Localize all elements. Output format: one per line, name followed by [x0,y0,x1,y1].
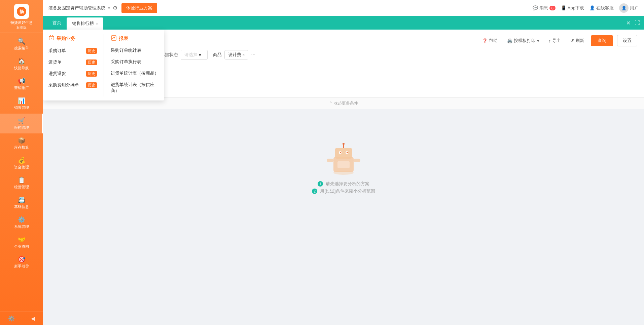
goods-label: 商品 [213,52,222,58]
empty-hint1: 请先选择要分析的方案 [326,181,369,187]
svg-rect-15 [354,159,360,162]
empty-hint2: 用[过滤]条件来缩小分析范围 [320,188,375,194]
chevron-down-icon: ▾ [199,52,201,57]
sidebar-bottom: ⚙️ ◀ [0,312,43,325]
svg-rect-14 [327,159,333,162]
system-title: 装备及固定资产辅助管理系统 [48,5,105,11]
guide-icon: 🎯 [18,256,25,263]
topbar-right: 💬 消息 8 📱 App下载 👤 在线客服 👤 用户 [533,3,639,13]
export-btn[interactable]: ↑ 导出 [546,36,564,45]
sidebar-item-guide[interactable]: 🎯 新手引导 [0,252,43,272]
sidebar-nav: 🔍 搜索菜单 🏠 快捷导航 📢 营销推广 📊 销售管理 🛒 采购管理 📦 库存核… [0,33,43,312]
sidebar-item-basic-info[interactable]: 📇 基础信息 [0,193,43,213]
main-area: 装备及固定资产辅助管理系统 ▾ ⚙ 体验行业方案 💬 消息 8 📱 App下载 … [43,0,644,325]
query-btn[interactable]: 查询 [591,35,613,46]
settings-btn[interactable]: 设置 [617,35,637,46]
report-col: 报表 采购订单统计表 采购订单执行表 进货单统计表（按商品） 进货单统计表（按供… [105,34,165,96]
goods-tag-close[interactable]: × [243,53,245,57]
basic-info-icon: 📇 [18,196,25,204]
dropdown-item-return[interactable]: 进货退货 历史 [46,68,100,79]
dropdown-item-incoming[interactable]: 进货单 历史 [46,56,100,68]
goods-ellipsis[interactable]: ··· [251,52,255,58]
sidebar-item-purchase[interactable]: 🛒 采购管理 [0,114,43,133]
inventory-icon: 📦 [18,137,25,144]
service-icon: 👤 [589,5,595,10]
tab-close-icon[interactable]: ✕ [626,20,631,26]
industry-btn[interactable]: 体验行业方案 [121,3,157,13]
sidebar-item-marketing[interactable]: 📢 营销推广 [0,74,43,94]
app-download-btn[interactable]: 📱 App下载 [561,5,584,11]
sidebar-item-inventory[interactable]: 📦 库存核算 [0,133,43,153]
dropdown-item-purchase-order[interactable]: 采购订单 历史 [46,45,100,56]
svg-point-13 [343,143,345,145]
sidebar-item-sales[interactable]: 📊 销售管理 [0,94,43,114]
message-btn[interactable]: 💬 消息 8 [533,5,556,11]
sidebar-item-enterprise[interactable]: 🤝 企业协同 [0,233,43,252]
message-icon: 💬 [533,5,538,10]
message-badge: 8 [549,6,556,10]
empty-state: 1 请先选择要分析的方案 2 用[过滤]条件来缩小分析范围 [43,109,644,227]
dropdown-divider [104,34,104,96]
system-icon: ⚙️ [18,216,25,224]
tab-close-btn[interactable]: × [96,22,98,26]
dropdown-item-report-2[interactable]: 进货单统计表（按商品） [108,68,162,79]
search-icon: 🔍 [18,38,25,45]
sidebar-collapse-btn[interactable]: ◀ [31,315,35,322]
empty-illustration [323,142,364,175]
report-col-title: 报表 [108,34,162,45]
sidebar-item-quick-nav[interactable]: 🏠 快捷导航 [0,54,43,74]
history-badge-3: 历史 [86,82,97,88]
print-arrow-icon: ▾ [537,38,539,43]
dropdown-item-report-3[interactable]: 进货单统计表（按供应商） [108,79,162,96]
tab-right-icons: ✕ ⛶ [626,20,640,26]
phone-icon: 📱 [561,5,566,10]
goods-tag: 设计费 × [224,50,248,59]
logo-badge: 标准版 [16,25,27,30]
voucher-status-select[interactable]: 请选择 ▾ [181,50,208,60]
topbar-gear-icon[interactable]: ⚙ [113,5,117,11]
svg-point-3 [51,38,52,39]
sidebar-item-operations[interactable]: 📋 经营管理 [0,173,43,193]
operations-icon: 📋 [18,176,25,184]
tab-sales-rank[interactable]: 销售排行榜 × [67,17,103,30]
tab-home[interactable]: 首页 [47,16,67,30]
history-badge-0: 历史 [86,48,97,54]
home-icon: 🏠 [18,57,25,65]
sidebar-item-system[interactable]: ⚙️ 系统管理 [0,213,43,233]
message-label: 消息 [539,5,548,11]
sidebar-settings-btn[interactable]: ⚙️ [8,315,15,322]
svg-rect-7 [335,148,352,159]
avatar: 👤 [619,3,629,13]
dropdown-item-report-1[interactable]: 采购订单执行表 [108,56,162,68]
user-btn[interactable]: 👤 用户 [619,3,639,13]
app-download-label: App下载 [568,5,584,11]
dropdown-item-report-0[interactable]: 采购订单统计表 [108,45,162,56]
dropdown-item-expense[interactable]: 采购费用分摊单 历史 [46,79,100,91]
refresh-icon: ↺ [570,38,574,43]
purchase-col-icon [48,35,55,42]
online-service-btn[interactable]: 👤 在线客服 [589,5,614,11]
logo-text: 畅捷通好生意 [10,20,33,25]
print-btn[interactable]: 🖨️ 按模板打印 ▾ [504,36,542,45]
dropdown-arrow-icon[interactable]: ▾ [108,6,110,10]
purchase-col: 采购业务 采购订单 历史 进货单 历史 进货退货 历史 采购费用分摊单 历史 [43,34,102,96]
enterprise-icon: 🤝 [18,236,25,243]
sidebar: 畅 畅捷通好生意 标准版 🔍 搜索菜单 🏠 快捷导航 📢 营销推广 📊 销售管理… [0,0,43,325]
topbar: 装备及固定资产辅助管理系统 ▾ ⚙ 体验行业方案 💬 消息 8 📱 App下载 … [43,0,644,16]
purchase-col-title: 采购业务 [46,34,100,45]
dropdown-menu: 采购业务 采购订单 历史 进货单 历史 进货退货 历史 采购费用分摊单 历史 [43,30,164,100]
help-btn[interactable]: ❓ 帮助 [479,36,500,45]
svg-point-11 [347,152,348,153]
goods-filter: 商品 设计费 × ··· [213,50,256,59]
svg-point-10 [340,152,341,153]
refresh-btn[interactable]: ↺ 刷新 [568,36,587,45]
sidebar-item-search[interactable]: 🔍 搜索菜单 [0,34,43,54]
purchase-icon: 🛒 [18,117,25,124]
svg-rect-16 [337,161,350,168]
sidebar-item-finance[interactable]: 💰 资金管理 [0,153,43,173]
online-service-label: 在线客服 [596,5,614,11]
tab-maximize-icon[interactable]: ⛶ [635,20,640,26]
help-icon: ❓ [482,38,488,43]
svg-text:畅: 畅 [20,9,24,14]
finance-icon: 💰 [18,157,25,164]
